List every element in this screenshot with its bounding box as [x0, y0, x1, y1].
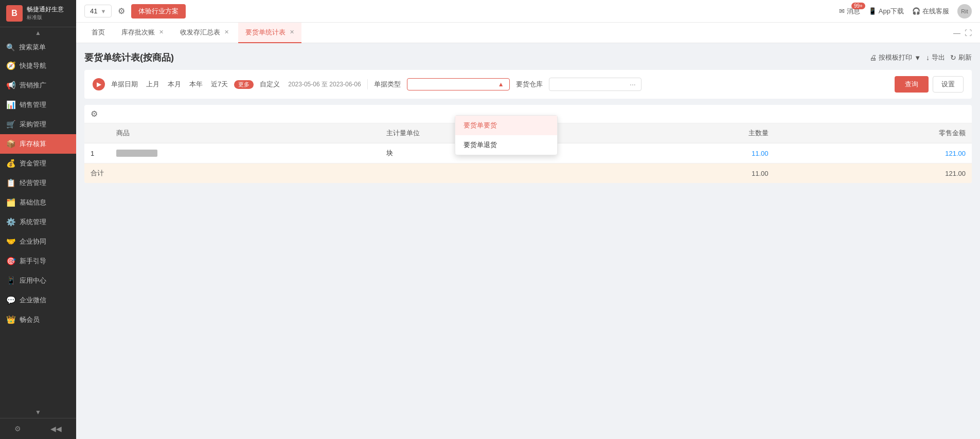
type-dropdown: 要货单要货 要货单退货 — [455, 115, 558, 155]
sidebar-item-quick-nav[interactable]: 🧭 快捷导航 — [0, 56, 76, 76]
filter-actions: 查询 设置 — [895, 76, 964, 93]
trial-industry-btn[interactable]: 体验行业方案 — [131, 4, 186, 19]
app-download-btn[interactable]: 📱 App下载 — [868, 7, 904, 16]
date-custom-btn[interactable]: 自定义 — [258, 79, 282, 90]
avatar[interactable]: Rit — [957, 4, 972, 19]
sidebar-label-marketing: 营销推广 — [20, 81, 46, 90]
chevron-down-icon: ▼ — [100, 8, 106, 14]
sidebar-label-guide: 新手引导 — [20, 257, 46, 266]
export-btn[interactable]: ↓ 导出 — [926, 53, 945, 62]
sidebar-label-basic: 基础信息 — [20, 198, 46, 207]
date-this-month-btn[interactable]: 本月 — [166, 79, 183, 90]
sidebar-item-basic[interactable]: 🗂️ 基础信息 — [0, 193, 76, 212]
sidebar-item-purchase[interactable]: 🛒 采购管理 — [0, 115, 76, 134]
store-selector[interactable]: 41 ▼ — [84, 5, 112, 17]
sidebar-item-operations[interactable]: 📋 经营管理 — [0, 173, 76, 193]
search-menu-label: 搜索菜单 — [19, 43, 46, 52]
service-label: 在线客服 — [922, 7, 949, 16]
sidebar-item-wechat[interactable]: 💬 企业微信 — [0, 290, 76, 310]
page-title: 要货单统计表(按商品) — [84, 51, 174, 64]
tab-home-label: 首页 — [92, 28, 105, 37]
tab-recv-send[interactable]: 收发存汇总表 ✕ — [173, 23, 236, 43]
header-right: ✉ 消息 99+ 📱 App下载 🎧 在线客服 Rit — [839, 4, 972, 19]
refresh-label: 刷新 — [958, 53, 972, 62]
main-area: 41 ▼ ⚙ 体验行业方案 ✉ 消息 99+ 📱 App下载 🎧 在线客服 Ri… — [76, 0, 980, 439]
table-footer-row: 合计 11.00 121.00 — [84, 163, 972, 184]
sidebar-item-inventory[interactable]: 📦 库存核算 — [0, 134, 76, 154]
date-more-btn[interactable]: 更多 — [234, 80, 254, 89]
page-title-bar: 要货单统计表(按商品) 🖨 按模板打印 ▼ ↓ 导出 ↻ 刷新 — [84, 51, 972, 64]
app-download-icon: 📱 — [868, 7, 877, 15]
tab-inventory-batch-label: 库存批次账 — [121, 28, 155, 37]
sidebar-item-system[interactable]: ⚙️ 系统管理 — [0, 212, 76, 232]
sidebar-scroll-up[interactable]: ▲ — [0, 27, 76, 39]
date-this-year-btn[interactable]: 本年 — [187, 79, 205, 90]
app-name: 畅捷通好生意 — [27, 6, 64, 14]
online-service-btn[interactable]: 🎧 在线客服 — [912, 7, 949, 16]
tab-maximize-btn[interactable]: ⛶ — [965, 29, 972, 37]
message-icon: ✉ — [839, 7, 845, 15]
app-version: 标准版 — [27, 14, 64, 21]
sidebar-menu: 🧭 快捷导航 📢 营销推广 📊 销售管理 🛒 采购管理 📦 库存核算 💰 资金管… — [0, 56, 76, 407]
logo-icon: B — [6, 5, 23, 22]
export-icon: ↓ — [926, 53, 930, 62]
tab-inventory-batch-close[interactable]: ✕ — [159, 29, 164, 35]
sidebar-item-marketing[interactable]: 📢 营销推广 — [0, 76, 76, 95]
sidebar-item-finance[interactable]: 💰 资金管理 — [0, 154, 76, 173]
sidebar-item-sales[interactable]: 📊 销售管理 — [0, 95, 76, 115]
purchase-icon: 🛒 — [6, 120, 15, 129]
dropdown-item-order-goods[interactable]: 要货单要货 — [455, 116, 557, 135]
sidebar-bottom: ⚙ ◀◀ — [0, 418, 76, 439]
footer-unit — [380, 163, 611, 184]
sidebar-collapse-btn[interactable]: ◀◀ — [46, 423, 66, 435]
sidebar-scroll-down[interactable]: ▼ — [0, 407, 76, 418]
tab-home[interactable]: 首页 — [84, 23, 112, 43]
date-shortcuts: 上月 本月 本年 近7天 更多 自定义 — [144, 79, 282, 90]
filter-expand-btn[interactable]: ▶ — [93, 78, 105, 90]
td-seq-1: 1 — [84, 143, 110, 163]
message-btn[interactable]: ✉ 消息 99+ — [839, 7, 860, 16]
header-settings-btn[interactable]: ⚙ — [118, 6, 125, 16]
amount-link-1[interactable]: 121.00 — [945, 150, 966, 157]
marketing-icon: 📢 — [6, 81, 15, 90]
sidebar-item-guide[interactable]: 🎯 新手引导 — [0, 251, 76, 271]
filter-divider-1 — [367, 79, 368, 89]
refresh-btn[interactable]: ↻ 刷新 — [950, 53, 972, 62]
header-left: 41 ▼ ⚙ 体验行业方案 — [84, 4, 186, 19]
query-btn[interactable]: 查询 — [895, 76, 929, 93]
tab-recv-send-close[interactable]: ✕ — [224, 29, 229, 35]
tab-order-stats-close[interactable]: ✕ — [290, 29, 294, 35]
qty-link-1[interactable]: 11.00 — [752, 150, 769, 157]
tab-order-stats[interactable]: 要货单统计表 ✕ — [238, 23, 301, 43]
date-last-month-btn[interactable]: 上月 — [144, 79, 162, 90]
warehouse-filter-select[interactable]: ··· — [549, 78, 642, 91]
tabs-bar: 首页 库存批次账 ✕ 收发存汇总表 ✕ 要货单统计表 ✕ — ⛶ — [76, 23, 980, 43]
sidebar-settings-btn[interactable]: ⚙ — [10, 423, 25, 435]
print-btn[interactable]: 🖨 按模板打印 ▼ — [869, 53, 921, 62]
logo-area: B 畅捷通好生意 标准版 — [0, 0, 76, 27]
dropdown-item-order-return[interactable]: 要货单退货 — [455, 135, 557, 155]
sidebar-item-enterprise[interactable]: 🤝 企业协同 — [0, 232, 76, 251]
tab-order-stats-label: 要货单统计表 — [245, 28, 286, 37]
sidebar-label-enterprise: 企业协同 — [20, 237, 46, 246]
member-icon: 👑 — [6, 315, 15, 324]
type-filter-select[interactable]: ▲ — [407, 78, 510, 90]
tab-recv-send-label: 收发存汇总表 — [180, 28, 220, 37]
column-settings-icon[interactable]: ⚙ — [91, 109, 98, 119]
th-amount: 零售金额 — [775, 123, 972, 143]
sidebar-item-appstore[interactable]: 📱 应用中心 — [0, 271, 76, 290]
tab-minimize-btn[interactable]: — — [953, 29, 960, 37]
warehouse-more-icon[interactable]: ··· — [630, 80, 636, 88]
search-menu-btn[interactable]: 🔍 搜索菜单 — [0, 39, 76, 56]
sidebar-item-member[interactable]: 👑 畅会员 — [0, 310, 76, 330]
warehouse-filter-label: 要货仓库 — [516, 80, 543, 89]
refresh-icon: ↻ — [950, 53, 956, 62]
sidebar-label-operations: 经营管理 — [20, 178, 46, 188]
footer-label: 合计 — [84, 163, 380, 184]
sidebar: B 畅捷通好生意 标准版 ▲ 🔍 搜索菜单 🧭 快捷导航 📢 营销推广 📊 销售… — [0, 0, 76, 439]
date-last-7-days-btn[interactable]: 近7天 — [209, 79, 230, 90]
wechat-icon: 💬 — [6, 296, 15, 305]
table-settings-btn[interactable]: 设置 — [933, 76, 964, 93]
type-select-arrow-up-icon: ▲ — [498, 81, 504, 88]
tab-inventory-batch[interactable]: 库存批次账 ✕ — [114, 23, 171, 43]
